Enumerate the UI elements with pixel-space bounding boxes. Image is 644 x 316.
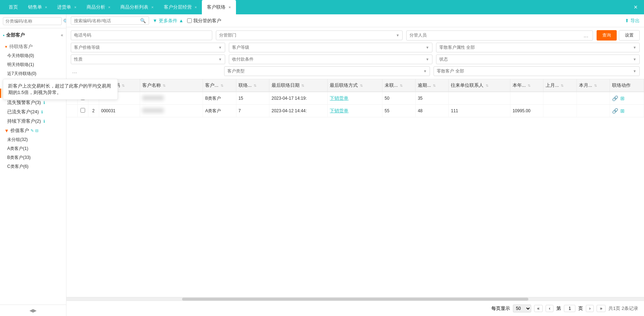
nav-tab-analysis[interactable]: 商品分析 × xyxy=(82,0,115,14)
sidebar-right-arrow[interactable]: ▶ xyxy=(33,308,37,313)
last-date-col-header[interactable]: 最后联络日期 ⇅ xyxy=(269,79,328,92)
setting-button[interactable]: 设置 xyxy=(619,30,640,41)
name-col-header[interactable]: 客户名称 ⇅ xyxy=(140,79,203,92)
next-page-button[interactable]: › xyxy=(586,305,594,312)
nav-tab-sales[interactable]: 销售单 × xyxy=(23,0,52,14)
last-month-col-header[interactable]: 上月... ⇅ xyxy=(543,79,576,92)
filter-search-icon[interactable]: 🔍 xyxy=(140,18,146,23)
sidebar-bottom-nav[interactable]: ◀ ▶ xyxy=(0,306,66,315)
row2-grid-icon[interactable]: ⊞ xyxy=(620,108,625,114)
close-customer-contact-tab[interactable]: × xyxy=(228,5,231,9)
nav-tab-customer-layer[interactable]: 客户分层经营 × xyxy=(159,0,202,14)
first-page-button[interactable]: « xyxy=(534,305,543,312)
sidebar-item-ungrouped[interactable]: 未分组(32) xyxy=(0,135,66,144)
more-conditions-btn[interactable]: ▼ 更多条件 ▲ xyxy=(153,18,184,24)
retail-attr-field[interactable]: 零散客户属性 全部 ▼ xyxy=(436,43,640,52)
sidebar-left-arrow[interactable]: ◀ xyxy=(29,308,33,313)
type-col-header[interactable]: 客户... ⇅ xyxy=(203,79,236,92)
sidebar-collapse-btn[interactable]: « xyxy=(61,33,63,38)
prev-page-button[interactable]: ‹ xyxy=(546,305,553,312)
status-field[interactable]: 状态 ▼ xyxy=(436,55,640,64)
table-header-row: ⚙ 客户编码 ⇅ 客户名称 ⇅ xyxy=(66,79,644,92)
pending-contact-label[interactable]: ▼ 待联络客户 xyxy=(0,42,66,51)
sidebar-search-input[interactable] xyxy=(3,17,62,25)
price-grade-field[interactable]: 客户价格等级 ▼ xyxy=(71,43,225,52)
nav-tab-home[interactable]: 首页 xyxy=(4,0,23,14)
retail-customer-field[interactable]: 零散客户 全部 ▼ xyxy=(434,66,640,76)
sidebar: 🔍 ▪ 全部客户 « ▼ 待联络客户 今天待联络(0) 明天待联络(1) 近7天… xyxy=(0,14,66,316)
unit-contact-col-header[interactable]: 往来单位联系人 ⇅ xyxy=(449,79,510,92)
close-purchase-tab[interactable]: × xyxy=(74,5,76,9)
row1-link-icon[interactable]: 🔗 xyxy=(612,95,618,101)
filter-search-box: 🔍 xyxy=(71,16,149,25)
payment-field[interactable]: 收付款条件 ▼ xyxy=(229,55,432,64)
query-button[interactable]: 查询 xyxy=(597,30,617,41)
export-button[interactable]: ⬆ 导出 xyxy=(625,18,640,24)
phone-field[interactable]: 电话号码 xyxy=(71,30,212,40)
customer-type-field[interactable]: 客户类型 ▼ xyxy=(224,66,430,76)
sidebar-item-tomorrow[interactable]: 明天待联络(1) xyxy=(0,60,66,69)
more-conditions-chevron: ▲ xyxy=(179,18,184,23)
close-analysis-tab[interactable]: × xyxy=(108,5,110,9)
this-year-col-header[interactable]: 本年... ⇅ xyxy=(510,79,543,92)
per-page-select[interactable]: 50 100 xyxy=(513,305,531,312)
customer-grade-field[interactable]: 客户等级 ▼ xyxy=(229,43,432,52)
overdue-col-header[interactable]: 逾期... ⇅ xyxy=(416,79,449,92)
adv-filter-row1: 电话号码 分管部门 ▼ 分管人员 ... 查询 设置 xyxy=(71,30,640,41)
sidebar-item-7days[interactable]: 近7天待联络(0) xyxy=(0,69,66,78)
row1-name[interactable] xyxy=(140,92,203,105)
last-page-button[interactable]: » xyxy=(597,305,606,312)
close-analysis-list-tab[interactable]: × xyxy=(151,5,153,9)
contact-col-header[interactable]: 联络... ⇅ xyxy=(236,79,269,92)
sidebar-search-icon[interactable]: 🔍 xyxy=(63,19,66,24)
window-close-button[interactable]: × xyxy=(631,4,640,11)
retail-customer-dropdown-icon: ▼ xyxy=(633,69,636,73)
top-nav: 首页 销售单 × 进货单 × 商品分析 × 商品分析列表 × 客户分层经营 × … xyxy=(0,0,644,14)
nature-field[interactable]: 性质 ▼ xyxy=(71,55,225,64)
nav-tab-analysis-list[interactable]: 商品分析列表 × xyxy=(115,0,158,14)
nav-tab-purchase[interactable]: 进货单 × xyxy=(52,0,81,14)
sidebar-item-lost[interactable]: 已流失客户(24) ℹ xyxy=(0,107,66,117)
sidebar-item-declining[interactable]: 持续下滑客户(2) ℹ xyxy=(0,117,66,126)
last-method-col-header[interactable]: 最后联络方式 ⇅ xyxy=(328,79,382,92)
close-customer-layer-tab[interactable]: × xyxy=(195,5,197,9)
value-customer-settings-icon[interactable]: ⊟ xyxy=(35,128,38,133)
horizontal-scrollbar[interactable] xyxy=(66,297,644,301)
page-input[interactable] xyxy=(564,305,575,312)
my-customers-checkbox[interactable] xyxy=(187,18,192,23)
row1-last-method[interactable]: 下销货单 xyxy=(328,92,382,105)
row2-link-icon[interactable]: 🔗 xyxy=(612,108,618,114)
sidebar-tree: ▪ 全部客户 « ▼ 待联络客户 今天待联络(0) 明天待联络(1) 近7天待联… xyxy=(0,28,66,305)
manager-dots[interactable]: ... xyxy=(582,32,590,39)
row1-contact: 15 xyxy=(236,92,269,105)
row2-code[interactable]: 000031 xyxy=(99,105,140,117)
manager-field[interactable]: 分管人员 ... xyxy=(406,30,593,41)
row2-name[interactable] xyxy=(140,105,203,117)
value-customer-edit-icon[interactable]: ✎ xyxy=(31,128,34,133)
sidebar-item-a-class[interactable]: A类客户(1) xyxy=(0,144,66,153)
row1-last-date: 2023-04-17 14:19: xyxy=(269,92,328,105)
sidebar-item-b-class[interactable]: B类客户(33) xyxy=(0,153,66,162)
filter-icon: ▼ xyxy=(153,18,157,23)
customer-grade-dropdown-icon: ▼ xyxy=(426,46,429,49)
close-sales-tab[interactable]: × xyxy=(45,5,47,9)
scrollbar-thumb[interactable] xyxy=(182,298,529,301)
sidebar-all-customers[interactable]: ▪ 全部客户 « xyxy=(0,30,66,41)
this-month-col-header[interactable]: 本月... ⇅ xyxy=(576,79,610,92)
row2-checkbox[interactable] xyxy=(77,105,88,117)
overdue-sort-icon: ⇅ xyxy=(433,84,436,88)
sidebar-item-c-class[interactable]: C类客户(6) xyxy=(0,162,66,171)
nav-tab-customer-contact[interactable]: 客户联络 × xyxy=(202,0,236,14)
status-dropdown-icon: ▼ xyxy=(633,57,636,61)
filter-search-input[interactable] xyxy=(74,18,139,23)
not-contact-col-header[interactable]: 未联... ⇅ xyxy=(382,79,415,92)
row1-grid-icon[interactable]: ⊞ xyxy=(620,95,625,101)
sidebar-item-today[interactable]: 今天待联络(0) xyxy=(0,51,66,60)
sidebar-bottom: ◀ ▶ xyxy=(0,305,66,316)
adv-filter-row3: 性质 ▼ 收付款条件 ▼ 状态 ▼ xyxy=(71,55,640,64)
dept-field[interactable]: 分管部门 ▼ xyxy=(216,30,403,40)
row2-last-method[interactable]: 下销货单 xyxy=(328,105,382,117)
table-row: 2 000031 A类客户 7 2023-04-12 14:44: 下销货单 5… xyxy=(66,105,644,117)
row4-dots[interactable]: ... xyxy=(71,68,78,75)
code-sort-icon: ⇅ xyxy=(122,84,125,88)
